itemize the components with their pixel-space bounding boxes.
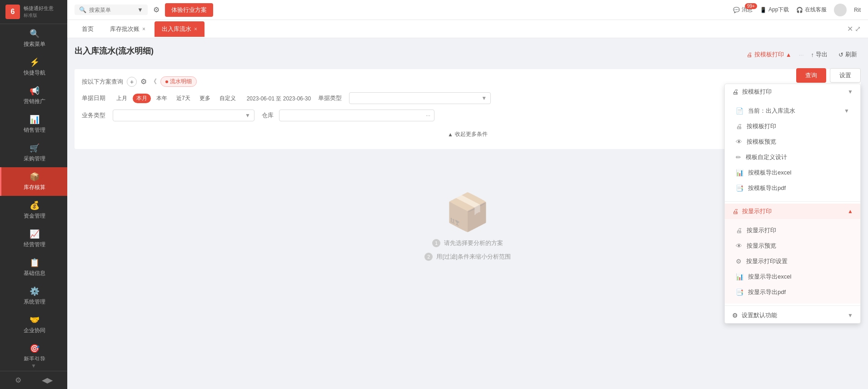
sidebar-item-6[interactable]: 💰 资金管理 xyxy=(0,196,67,224)
display-settings-label: 按显示打印设置 xyxy=(746,257,788,265)
business-type-select[interactable]: ▼ xyxy=(113,110,254,121)
refresh-button[interactable]: ↺ 刷新 xyxy=(835,49,861,60)
online-service-button[interactable]: 🎧 在线客服 xyxy=(796,6,827,14)
filter-collapse-icon[interactable]: 《 xyxy=(150,78,157,86)
app-download-button[interactable]: 📱 App下载 xyxy=(760,6,789,14)
collapse-up-icon: ▲ xyxy=(448,131,453,138)
business-type-field: 业务类型 ▼ xyxy=(82,110,254,121)
template-print-item[interactable]: 🖨 按模板打印 xyxy=(725,119,860,134)
display-print-section-header[interactable]: 🖨 按显示打印 ▲ xyxy=(725,204,860,219)
template-design-item[interactable]: ✏ 模板自定义设计 xyxy=(725,150,860,165)
sidebar-item-8[interactable]: 📋 基础信息 xyxy=(0,253,67,282)
page-title: 出入库流水(流水明细) xyxy=(75,45,154,56)
bill-type-label: 单据类型 xyxy=(318,94,345,102)
filter-settings-icon[interactable]: ⚙ xyxy=(140,77,147,86)
date-tab-more[interactable]: 更多 xyxy=(196,94,214,103)
template-print-arrow: ▼ xyxy=(848,89,853,95)
export-button[interactable]: ↑ 导出 xyxy=(808,49,832,60)
logo-icon: 6 xyxy=(5,5,20,19)
template-preview-label: 按模板预览 xyxy=(747,138,776,146)
topbar-settings-icon[interactable]: ⚙ xyxy=(153,5,160,14)
display-print-item-label: 按显示打印 xyxy=(747,226,776,234)
bill-type-field: 单据类型 ▼ xyxy=(318,92,491,104)
sidebar-label-5: 库存核算 xyxy=(24,184,45,191)
sidebar-item-7[interactable]: 📈 经营管理 xyxy=(0,224,67,253)
print-template-button[interactable]: 🖨 按模板打印 ▲ xyxy=(743,49,795,60)
topbar-search-box[interactable]: 🔍 ▼ xyxy=(75,5,148,15)
sidebar-scroll-down[interactable]: ▼ xyxy=(0,361,67,371)
settings-button[interactable]: 设置 xyxy=(830,68,861,83)
date-tab-custom[interactable]: 自定义 xyxy=(216,94,239,103)
page-content: 出入库流水(流水明细) 🖨 按模板打印 ▲ ··· ↑ 导出 ↺ 刷新 xyxy=(67,38,868,389)
tab-bar: 首页 库存批次账 × 出入库流水 × ✕ ⤢ xyxy=(67,20,868,38)
date-tab-7days[interactable]: 近7天 xyxy=(173,94,194,103)
default-settings-arrow: ▼ xyxy=(848,312,853,319)
template-excel-item[interactable]: 📊 按模板导出excel xyxy=(725,165,860,180)
date-tab-this-year[interactable]: 本年 xyxy=(153,94,171,103)
headphone-icon: 🎧 xyxy=(796,7,803,13)
template-print-section-header[interactable]: 🖨 按模板打印 ▼ xyxy=(725,84,860,100)
tab-home[interactable]: 首页 xyxy=(75,21,101,37)
default-settings-header[interactable]: ⚙ 设置默认功能 ▼ xyxy=(725,308,860,323)
sidebar-label-2: 营销推广 xyxy=(24,98,45,105)
action-buttons: 查询 设置 xyxy=(796,68,861,83)
sidebar-item-10[interactable]: 🤝 企业协同 xyxy=(0,310,67,339)
current-template-item[interactable]: 📄 当前：出入库流水 ▼ xyxy=(725,103,860,119)
display-preview-item[interactable]: 👁 按显示预览 xyxy=(725,238,860,254)
display-print-item[interactable]: 🖨 按显示打印 xyxy=(725,223,860,238)
sidebar-item-4[interactable]: 🛒 采购管理 xyxy=(0,139,67,167)
query-button[interactable]: 查询 xyxy=(796,68,826,83)
default-settings-label: 设置默认功能 xyxy=(742,311,777,319)
sidebar: 6 畅捷通好生意 标准版 🔍 搜索菜单 ⚡ 快捷导航 📢 营销推广 📊 销售管理… xyxy=(0,0,67,389)
display-excel-item[interactable]: 📊 按显示导出excel xyxy=(725,269,860,284)
tab-stock-flow[interactable]: 出入库流水 × xyxy=(155,21,205,37)
date-tab-last-month[interactable]: 上月 xyxy=(113,94,131,103)
avatar[interactable] xyxy=(834,4,847,16)
warehouse-label: 仓库 xyxy=(262,111,275,120)
sidebar-item-2[interactable]: 📢 营销推广 xyxy=(0,81,67,110)
sidebar-item-3[interactable]: 📊 销售管理 xyxy=(0,110,67,139)
warehouse-select[interactable]: ··· xyxy=(279,110,434,121)
template-pdf-label: 按模板导出pdf xyxy=(748,184,786,192)
sidebar-item-1[interactable]: ⚡ 快捷导航 xyxy=(0,53,67,81)
message-icon: 💬 xyxy=(733,7,740,13)
filter-add-button[interactable]: + xyxy=(127,77,137,87)
tab-expand-icon[interactable]: ⤢ xyxy=(855,25,861,33)
tab-stock-flow-close[interactable]: × xyxy=(194,26,197,32)
template-preview-item[interactable]: 👁 按模板预览 xyxy=(725,134,860,150)
display-excel-label: 按显示导出excel xyxy=(748,273,791,281)
display-pdf-item[interactable]: 📑 按显示导出pdf xyxy=(725,284,860,300)
sidebar-icon-0: 🔍 xyxy=(30,29,40,39)
current-doc-icon: 📄 xyxy=(736,107,743,115)
sidebar-label-8: 基础信息 xyxy=(24,269,45,277)
warehouse-field-container: 仓库 ··· xyxy=(262,110,434,121)
tab-close-all-icon[interactable]: ✕ xyxy=(847,25,853,33)
search-input[interactable] xyxy=(89,7,135,13)
display-print-settings-item[interactable]: ⚙ 按显示打印设置 xyxy=(725,254,860,269)
display-settings-icon: ⚙ xyxy=(736,258,742,265)
sidebar-icon-8: 📋 xyxy=(30,258,40,268)
sidebar-collapse-icon[interactable]: ◀▶ xyxy=(42,376,53,384)
tab-inventory-batch[interactable]: 库存批次账 × xyxy=(103,21,153,37)
bill-type-select[interactable]: ▼ xyxy=(349,92,491,104)
username-label: Rit xyxy=(854,7,861,13)
company-name: 畅捷通好生意 xyxy=(24,5,54,12)
template-pdf-item[interactable]: 📑 按模板导出pdf xyxy=(725,180,860,196)
search-icon: 🔍 xyxy=(79,6,86,13)
trial-button[interactable]: 体验行业方案 xyxy=(165,3,213,17)
date-tab-this-month[interactable]: 本月 xyxy=(133,94,151,103)
tab-inventory-batch-close[interactable]: × xyxy=(142,26,145,32)
sidebar-item-5[interactable]: 📦 库存核算 xyxy=(0,167,67,196)
bill-type-dropdown-icon: ▼ xyxy=(481,95,487,101)
topbar: 🔍 ▼ ⚙ 体验行业方案 💬 消息 99+ 📱 App下载 🎧 xyxy=(67,0,868,20)
display-printer-icon: 🖨 xyxy=(732,208,738,215)
date-tabs: 上月 本月 本年 近7天 更多 自定义 xyxy=(113,94,239,103)
message-button[interactable]: 💬 消息 99+ xyxy=(733,6,753,14)
sidebar-item-11[interactable]: 🎯 新手引导 xyxy=(0,339,67,361)
tab-home-label: 首页 xyxy=(82,25,94,33)
sidebar-item-0[interactable]: 🔍 搜索菜单 xyxy=(0,24,67,53)
sidebar-item-9[interactable]: ⚙️ 系统管理 xyxy=(0,282,67,310)
design-item-icon: ✏ xyxy=(736,154,741,161)
sidebar-settings-icon[interactable]: ⚙ xyxy=(15,376,21,384)
search-dropdown-icon[interactable]: ▼ xyxy=(137,6,143,13)
